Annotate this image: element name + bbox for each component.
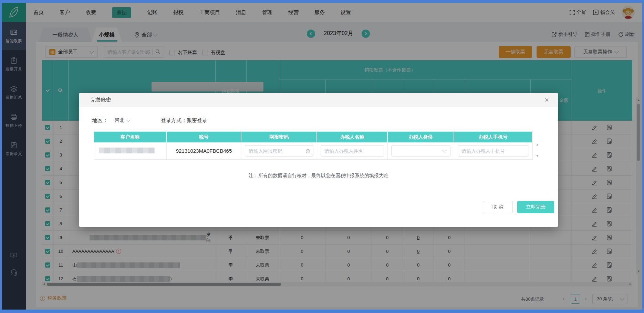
cancel-button[interactable]: 取 消 [483, 201, 513, 213]
credentials-table-row: 92131023MA0FBCB465 ∅ [94, 142, 532, 159]
credentials-table: 客户名称 税号 网报密码 办税人名称 办税人身份 办税人手机号 92131023… [94, 131, 533, 160]
confirm-button[interactable]: 立即完善 [517, 201, 554, 213]
complete-credentials-modal: 完善账密 × 地区： 河北 登录方式： 账密登录 客户名称 税号 网报密码 [79, 93, 558, 227]
close-icon[interactable]: × [544, 96, 549, 105]
redacted-name-block [99, 148, 155, 153]
modal-region-row: 地区： 河北 登录方式： 账密登录 [92, 116, 207, 125]
tax-agent-phone-cell [454, 142, 532, 159]
credentials-column-header: 网报密码 [241, 132, 317, 142]
chevron-down-icon [442, 148, 447, 152]
app-window: 首页 客户 收费 票据 记账 报税 工商项目 消息 管理 经营 服务 [0, 0, 644, 313]
window-frame-bottom [0, 310, 644, 313]
tax-agent-identity-cell [388, 142, 454, 159]
credentials-column-header: 税号 [167, 132, 241, 142]
modal-note: 注：所有的数据请自行核对，最终以您在国税申报系统的填报为准 [79, 173, 558, 179]
region-dropdown[interactable]: 河北 [115, 117, 130, 123]
window-frame-right [642, 0, 644, 313]
tax-agent-name-input[interactable] [321, 145, 384, 156]
eye-off-icon[interactable]: ∅ [305, 148, 310, 154]
modal-title: 完善账密 [91, 97, 111, 103]
spinner-down-arrow[interactable]: ▼ [534, 154, 540, 158]
chevron-down-icon [126, 118, 131, 122]
web-password-cell: ∅ [241, 142, 317, 159]
login-mode-value: 账密登录 [187, 117, 207, 124]
credentials-column-header: 办税人名称 [317, 132, 388, 142]
client-name-cell [94, 142, 167, 159]
row-spinner: ▲ ▼ [534, 143, 540, 158]
credentials-column-header: 办税人身份 [388, 132, 454, 142]
window-frame-top [0, 0, 644, 3]
window-frame-left [0, 0, 2, 313]
modal-header: 完善账密 [79, 93, 558, 107]
credentials-table-header: 客户名称 税号 网报密码 办税人名称 办税人身份 办税人手机号 [94, 132, 532, 142]
tax-number-cell: 92131023MA0FBCB465 [167, 142, 241, 159]
tax-agent-phone-input[interactable] [458, 145, 529, 156]
identity-select[interactable] [391, 145, 450, 156]
tax-agent-name-cell [317, 142, 388, 159]
credentials-column-header: 办税人手机号 [454, 132, 532, 142]
credentials-column-header: 客户名称 [94, 132, 167, 142]
spinner-up-arrow[interactable]: ▲ [534, 143, 540, 146]
web-password-input[interactable] [245, 145, 313, 156]
